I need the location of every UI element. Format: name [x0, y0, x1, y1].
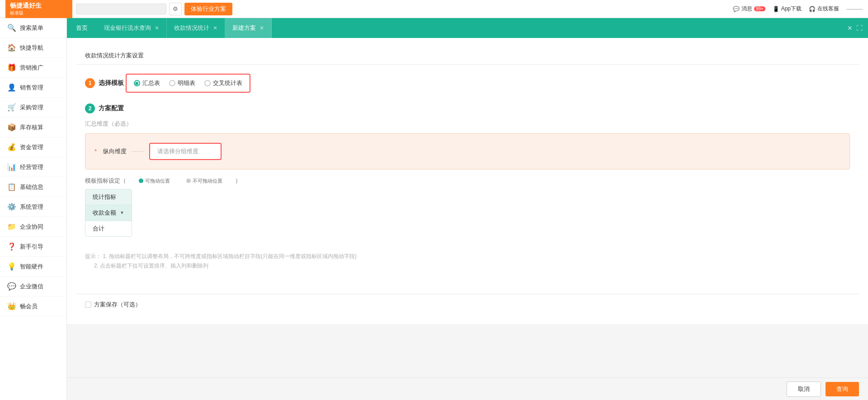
radio-cross-label: 交叉统计表 [213, 79, 242, 87]
service-label: 在线客服 [817, 5, 839, 13]
tab-close-all-button[interactable]: ✕ [847, 24, 853, 32]
sidebar-item-hardware[interactable]: 💡 智能硬件 [0, 257, 66, 277]
download-icon: 📱 [773, 6, 779, 12]
sidebar-item-enterprise[interactable]: 📁 企业协同 [0, 217, 66, 237]
sidebar-item-sales[interactable]: 👤 销售管理 [0, 78, 66, 98]
dimension-section-label: 汇总维度（必选） [85, 120, 850, 128]
step2-circle: 2 [85, 104, 95, 113]
message-label: 消息 [741, 5, 752, 13]
inventory-icon: 📦 [7, 123, 16, 132]
tab-collection-stat-label: 收款情况统计 [174, 24, 209, 32]
message-badge: 99+ [754, 6, 765, 11]
metrics-table-header[interactable]: 统计指标 [85, 189, 132, 205]
user-area[interactable]: ——— [846, 6, 863, 12]
tab-home-label: 首页 [76, 24, 88, 32]
download-label: App下载 [781, 5, 802, 13]
dimension-box: * 纵向维度 —— 请选择分组维度 [85, 133, 850, 169]
tab-new-plan-close[interactable]: ✕ [259, 25, 264, 31]
download-item[interactable]: 📱 App下载 [773, 5, 802, 13]
cancel-button[interactable]: 取消 [787, 381, 821, 397]
metrics-setting-close-paren: ） [235, 177, 241, 185]
step1-circle: 1 [85, 78, 95, 88]
radio-summary-label: 汇总表 [142, 79, 160, 87]
step2-title: 方案配置 [99, 104, 124, 113]
tab-home[interactable]: 首页 [67, 18, 97, 38]
service-item[interactable]: 🎧 在线客服 [809, 5, 839, 13]
sidebar-item-member[interactable]: 👑 畅会员 [0, 296, 66, 316]
sidebar-item-label: 企业微信 [20, 282, 43, 291]
tab-bank-flow[interactable]: 现金银行流水查询 ✕ [97, 18, 167, 38]
member-icon: 👑 [7, 302, 16, 311]
metrics-col1-header[interactable]: 收款金额 ▼ [85, 205, 132, 221]
quick-nav-icon: 🏠 [7, 43, 16, 52]
sidebar-item-label: 基础信息 [20, 183, 43, 191]
service-icon: 🎧 [809, 6, 816, 12]
dimension-select[interactable]: 请选择分组维度 [149, 143, 222, 160]
radio-summary[interactable]: 汇总表 [134, 79, 160, 87]
message-icon: 💬 [733, 6, 740, 12]
radio-detail[interactable]: 明细表 [169, 79, 195, 87]
sidebar-item-marketing[interactable]: 🎁 营销推广 [0, 58, 66, 78]
tips-title: 提示： 1. 拖动标题栏可以调整布局，不可跨维度或指标区域拖动栏目字段(只能在同… [85, 252, 850, 262]
tab-new-plan[interactable]: 新建方案 ✕ [225, 18, 272, 38]
radio-cross[interactable]: 交叉统计表 [204, 79, 242, 87]
tab-maximize-button[interactable]: ⛶ [856, 24, 863, 32]
sidebar-item-quick-nav[interactable]: 🏠 快捷导航 [0, 38, 66, 58]
save-checkbox-area[interactable]: 方案保存（可选） [85, 301, 850, 309]
tips-section: 提示： 1. 拖动标题栏可以调整布局，不可跨维度或指标区域拖动栏目字段(只能在同… [85, 247, 850, 276]
template-selection-box: 汇总表 明细表 交叉统计表 [126, 74, 250, 93]
sidebar-item-label: 销售管理 [20, 84, 43, 92]
tab-bar-right: ✕ ⛶ [847, 24, 868, 32]
purchase-icon: 🛒 [7, 103, 16, 112]
enterprise-icon: 📁 [7, 222, 16, 231]
sidebar-item-capital[interactable]: 💰 资金管理 [0, 137, 66, 157]
metrics-setting-label: 模板指标设定（ [85, 177, 126, 185]
weichat-icon: 💬 [7, 282, 16, 291]
sidebar-item-weichat[interactable]: 💬 企业微信 [0, 277, 66, 296]
radio-summary-btn[interactable] [134, 80, 140, 86]
radio-cross-btn[interactable] [204, 80, 211, 86]
sales-icon: 👤 [7, 83, 16, 92]
beginner-icon: ❓ [7, 242, 16, 251]
save-label: 方案保存（可选） [94, 301, 141, 309]
gear-button[interactable]: ⚙ [169, 3, 182, 15]
sidebar-item-label: 企业协同 [20, 223, 43, 231]
sidebar-item-beginner[interactable]: ❓ 新手引导 [0, 237, 66, 257]
sidebar-item-label: 库存核算 [20, 123, 43, 132]
vertical-dimension-label: 纵向维度 [103, 147, 127, 155]
footer-save: 方案保存（可选） [76, 294, 859, 315]
metrics-label-row: 模板指标设定（ 可拖动位置 不可拖动位置 ） [85, 177, 850, 185]
sidebar-item-system[interactable]: ⚙️ 系统管理 [0, 197, 66, 217]
unmovable-label: 不可拖动位置 [193, 178, 222, 184]
unmovable-tag: 不可拖动位置 [183, 177, 226, 185]
sidebar-item-purchase[interactable]: 🛒 采购管理 [0, 98, 66, 118]
sidebar-item-label: 搜索菜单 [20, 24, 43, 32]
bottom-action-bar: 取消 查询 [67, 377, 868, 400]
sidebar-item-label: 采购管理 [20, 104, 43, 112]
dimension-placeholder: 请选择分组维度 [157, 148, 198, 155]
logo-area: 畅捷通好生 标准版 [5, 0, 72, 18]
page-body: 收款情况统计方案设置 1 选择模板 汇总表 [67, 38, 868, 324]
sidebar-item-search-menu[interactable]: 🔍 搜索菜单 [0, 18, 66, 38]
sidebar-item-basic[interactable]: 📋 基础信息 [0, 177, 66, 197]
save-checkbox[interactable] [85, 301, 91, 308]
tab-bank-flow-close[interactable]: ✕ [155, 25, 159, 31]
radio-detail-btn[interactable] [169, 80, 175, 86]
sidebar-item-operations[interactable]: 📊 经营管理 [0, 157, 66, 177]
sidebar-item-inventory[interactable]: 📦 库存核算 [0, 118, 66, 137]
tab-collection-stat[interactable]: 收款情况统计 ✕ [167, 18, 225, 38]
sidebar-item-label: 经营管理 [20, 163, 43, 171]
system-icon: ⚙️ [7, 202, 16, 211]
sidebar-item-label: 营销推广 [20, 64, 43, 72]
search-input[interactable] [76, 4, 166, 14]
sidebar: 🔍 搜索菜单 🏠 快捷导航 🎁 营销推广 👤 销售管理 🛒 采购管理 📦 库存核… [0, 18, 67, 400]
dropdown-arrow-icon: ▼ [120, 210, 124, 215]
capital-icon: 💰 [7, 143, 16, 151]
page-header-title: 收款情况统计方案设置 [85, 52, 144, 59]
tips-item1: 1. 拖动标题栏可以调整布局，不可跨维度或指标区域拖动栏目字段(只能在同一维度或… [103, 253, 356, 259]
metrics-stat-label: 统计指标 [93, 193, 116, 201]
trial-button[interactable]: 体验行业方案 [184, 3, 232, 15]
tab-collection-stat-close[interactable]: ✕ [213, 25, 217, 31]
message-item[interactable]: 💬 消息 99+ [733, 5, 765, 13]
query-button[interactable]: 查询 [826, 382, 859, 396]
